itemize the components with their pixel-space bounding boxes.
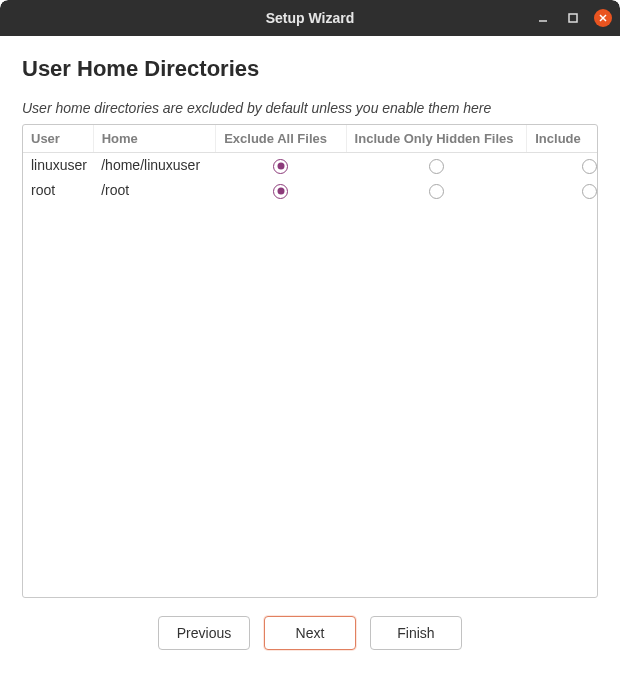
window-controls xyxy=(534,9,612,27)
close-icon[interactable] xyxy=(594,9,612,27)
table-header-row: User Home Exclude All Files Include Only… xyxy=(23,125,597,153)
column-header-exclude-all[interactable]: Exclude All Files xyxy=(216,125,346,153)
table-row[interactable]: linuxuser /home/linuxuser xyxy=(23,153,597,178)
radio-exclude-all[interactable] xyxy=(273,159,288,174)
cell-home: /home/linuxuser xyxy=(93,153,215,178)
users-table: User Home Exclude All Files Include Only… xyxy=(23,125,597,203)
setup-wizard-window: Setup Wizard User Home Directories User … xyxy=(0,0,620,682)
users-table-container: User Home Exclude All Files Include Only… xyxy=(22,124,598,598)
cell-user: root xyxy=(23,178,93,203)
cell-home: /root xyxy=(93,178,215,203)
previous-button[interactable]: Previous xyxy=(158,616,250,650)
wizard-content: User Home Directories User home director… xyxy=(0,36,620,682)
titlebar: Setup Wizard xyxy=(0,0,620,36)
table-row[interactable]: root /root xyxy=(23,178,597,203)
radio-include[interactable] xyxy=(582,159,597,174)
window-title: Setup Wizard xyxy=(266,10,355,26)
finish-button[interactable]: Finish xyxy=(370,616,462,650)
radio-include-hidden[interactable] xyxy=(429,184,444,199)
cell-user: linuxuser xyxy=(23,153,93,178)
radio-exclude-all[interactable] xyxy=(273,184,288,199)
wizard-footer: Previous Next Finish xyxy=(22,598,598,672)
column-header-include-hidden[interactable]: Include Only Hidden Files xyxy=(346,125,527,153)
minimize-icon[interactable] xyxy=(534,9,552,27)
svg-rect-1 xyxy=(569,14,577,22)
page-subtitle: User home directories are excluded by de… xyxy=(22,100,598,116)
maximize-icon[interactable] xyxy=(564,9,582,27)
column-header-include[interactable]: Include xyxy=(527,125,597,153)
radio-include[interactable] xyxy=(582,184,597,199)
column-header-home[interactable]: Home xyxy=(93,125,215,153)
column-header-user[interactable]: User xyxy=(23,125,93,153)
page-title: User Home Directories xyxy=(22,56,598,82)
radio-include-hidden[interactable] xyxy=(429,159,444,174)
next-button[interactable]: Next xyxy=(264,616,356,650)
